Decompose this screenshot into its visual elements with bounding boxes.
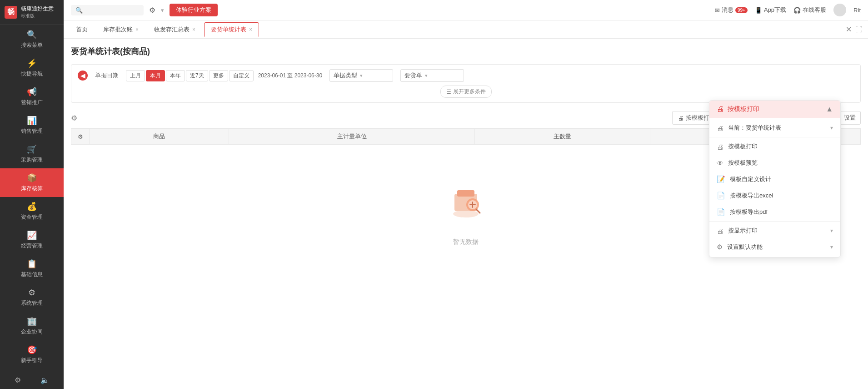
- dropdown-item-display-print[interactable]: 🖨 按显示打印 ▾: [709, 222, 840, 239]
- print-icon: 🖨: [678, 115, 684, 121]
- guide-icon: 🎯: [27, 345, 37, 355]
- expand-more-label: 展开更多条件: [453, 88, 486, 96]
- set-default-label: 设置默认功能: [727, 243, 763, 251]
- export-pdf-label: 按模板导出pdf: [730, 208, 768, 216]
- marketing-icon: 📢: [27, 87, 37, 97]
- tab-collection-summary[interactable]: 收发存汇总表 ×: [147, 22, 202, 37]
- tabbar: 首页 库存批次账 × 收发存汇总表 × 要货单统计表 × ✕ ⛶: [64, 20, 868, 39]
- tab-collection-summary-close[interactable]: ×: [192, 26, 195, 33]
- inventory-icon: 📦: [27, 173, 37, 183]
- order-subtype-select[interactable]: 要货单 ▾: [400, 69, 464, 82]
- sidebar: 畅 畅康通好生意 标准版 🔍 搜索菜单 ⚡ 快捷导航 📢 营销推广 📊 销售管理…: [0, 0, 64, 389]
- tab-expand-btn[interactable]: ⛶: [855, 25, 863, 34]
- template-preview-icon: 👁: [717, 159, 723, 167]
- online-service-item[interactable]: 🎧 在线客服: [793, 6, 826, 14]
- tab-order-stats-label: 要货单统计表: [211, 25, 246, 34]
- empty-icon: [445, 181, 486, 231]
- expand-more-button[interactable]: ☰ 展开更多条件: [440, 86, 492, 98]
- app-download-item[interactable]: 📱 App下载: [755, 6, 786, 14]
- order-subtype-arrow-icon: ▾: [425, 73, 428, 79]
- current-item-icon: 🖨: [717, 124, 723, 132]
- order-subtype-label: 要货单: [404, 71, 422, 80]
- volume-icon[interactable]: 🔈: [40, 376, 50, 384]
- sidebar-item-operation[interactable]: 📈 经营管理: [0, 226, 64, 254]
- dropdown-header-left: 🖨 按模板打印: [717, 105, 759, 113]
- user-avatar[interactable]: [833, 4, 846, 16]
- sidebar-item-purchase[interactable]: 🛒 采购管理: [0, 140, 64, 168]
- col-settings[interactable]: ⚙: [71, 129, 90, 145]
- tab-home-label: 首页: [76, 25, 88, 34]
- svg-rect-2: [457, 190, 474, 197]
- dropdown-current-item[interactable]: 🖨 当前：要货单统计表 ▾: [709, 120, 840, 136]
- order-type-label: 单据类型: [334, 71, 357, 80]
- tab-home[interactable]: 首页: [69, 22, 95, 37]
- date-btn-7days[interactable]: 近7天: [186, 70, 208, 81]
- message-item[interactable]: ✉ 消息 99+: [715, 6, 748, 14]
- topbar-search-box[interactable]: 🔍: [71, 5, 144, 15]
- order-type-arrow-icon: ▾: [360, 73, 363, 79]
- date-btn-custom[interactable]: 自定义: [229, 70, 254, 81]
- export-excel-icon: 📄: [717, 192, 725, 200]
- date-buttons: 上月 本月 本年 近7天 更多 自定义 2023-06-01 至 2023-06…: [126, 70, 322, 81]
- sidebar-item-sales[interactable]: 📊 销售管理: [0, 111, 64, 140]
- basic-icon: 📋: [27, 259, 37, 269]
- dropdown-item-template-print[interactable]: 🖨 按模板打印: [709, 138, 840, 155]
- tab-close-all-btn[interactable]: ✕: [846, 25, 852, 34]
- export-pdf-icon: 📄: [717, 208, 725, 216]
- dropdown-item-template-preview[interactable]: 👁 按模板预览: [709, 155, 840, 171]
- date-btn-more[interactable]: 更多: [209, 70, 228, 81]
- enterprise-icon: 🏢: [27, 316, 37, 326]
- date-range-display: 2023-06-01 至 2023-06-30: [258, 72, 322, 80]
- topbar-gear-icon[interactable]: ⚙: [149, 6, 155, 15]
- operation-icon: 📈: [27, 230, 37, 240]
- app-download-label: App下载: [764, 6, 786, 14]
- divider-1: [709, 137, 840, 137]
- template-custom-icon: 📝: [717, 175, 725, 183]
- sidebar-item-marketing[interactable]: 📢 营销推广: [0, 82, 64, 111]
- dropdown-title: 按模板打印: [728, 105, 759, 113]
- dropdown-item-export-pdf[interactable]: 📄 按模板导出pdf: [709, 204, 840, 220]
- dropdown-item-set-default[interactable]: ⚙ 设置默认功能 ▾: [709, 239, 840, 255]
- trial-button[interactable]: 体验行业方案: [170, 4, 218, 16]
- expand-more-icon: ☰: [446, 89, 451, 95]
- tab-expand: ✕ ⛶: [846, 25, 863, 34]
- sidebar-item-finance[interactable]: 💰 资金管理: [0, 197, 64, 226]
- date-btn-this-month[interactable]: 本月: [146, 70, 165, 81]
- column-settings-button[interactable]: 设置: [839, 111, 861, 125]
- search-input[interactable]: [85, 7, 131, 13]
- filter-expand-button[interactable]: ◀: [78, 71, 88, 81]
- sidebar-item-system[interactable]: ⚙ 系统管理: [0, 283, 64, 312]
- filter-bar: ◀ 单据日期 上月 本月 本年 近7天 更多 自定义 2023-06-01 至 …: [71, 64, 861, 103]
- online-service-label: 在线客服: [803, 6, 826, 14]
- sidebar-item-label: 企业协同: [21, 328, 43, 336]
- tab-order-stats[interactable]: 要货单统计表 ×: [204, 22, 259, 37]
- print-dropdown-menu: 🖨 按模板打印 ▲ 🖨 当前：要货单统计表 ▾ 🖨 按模板打印 👁: [709, 100, 841, 258]
- sidebar-item-inventory[interactable]: 📦 库存核算: [0, 168, 64, 197]
- app-logo: 畅 畅康通好生意 标准版: [0, 0, 64, 25]
- system-icon: ⚙: [28, 288, 35, 298]
- date-btn-this-year[interactable]: 本年: [166, 70, 185, 81]
- sidebar-item-basic[interactable]: 📋 基础信息: [0, 254, 64, 283]
- sidebar-item-search[interactable]: 🔍 搜索菜单: [0, 25, 64, 54]
- current-item-arrow: ▾: [830, 125, 833, 131]
- print-header-icon: 🖨: [717, 105, 724, 113]
- dropdown-close-button[interactable]: ▲: [826, 105, 833, 113]
- order-type-select[interactable]: 单据类型 ▾: [329, 69, 393, 82]
- dropdown-item-export-excel[interactable]: 📄 按模板导出excel: [709, 187, 840, 204]
- sidebar-item-quick-nav[interactable]: ⚡ 快捷导航: [0, 54, 64, 82]
- message-icon: ✉: [715, 7, 720, 14]
- template-preview-label: 按模板预览: [728, 159, 758, 167]
- col-unit: 主计量单位: [229, 129, 475, 145]
- dropdown-item-template-custom[interactable]: 📝 模板自定义设计: [709, 171, 840, 187]
- topbar: 🔍 ⚙ ▾ 体验行业方案 ✉ 消息 99+ 📱 App下载 🎧 在线客服 Rit: [64, 0, 868, 20]
- sidebar-item-enterprise[interactable]: 🏢 企业协同: [0, 312, 64, 340]
- date-btn-last-month[interactable]: 上月: [126, 70, 145, 81]
- col-product: 商品: [90, 129, 229, 145]
- table-settings-icon[interactable]: ⚙: [71, 114, 77, 122]
- tab-inventory-batch-close[interactable]: ×: [135, 26, 139, 33]
- date-filter-label: 单据日期: [95, 71, 119, 80]
- sidebar-item-guide[interactable]: 🎯 新手引导: [0, 340, 64, 369]
- settings-bottom-icon[interactable]: ⚙: [15, 376, 21, 384]
- tab-order-stats-close[interactable]: ×: [249, 26, 252, 33]
- tab-inventory-batch[interactable]: 库存批次账 ×: [96, 22, 145, 37]
